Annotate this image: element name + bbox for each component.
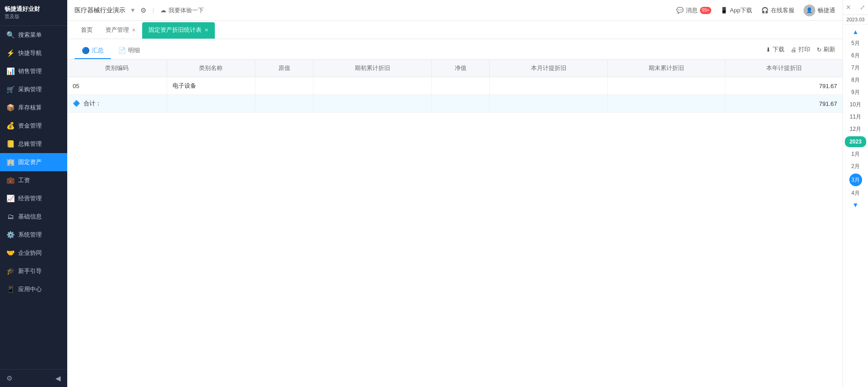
month-8[interactable]: 8月 bbox=[843, 74, 868, 86]
row-net bbox=[431, 77, 489, 95]
sidebar-item-system[interactable]: ⚙️系统管理 bbox=[0, 226, 67, 244]
tab-depreciation-label: 固定资产折旧统计表 bbox=[149, 26, 202, 34]
sidebar: 畅捷通好业财 普及版 🔍搜索菜单⚡快捷导航📊销售管理🛒采购管理📦库存核算💰资金管… bbox=[0, 0, 67, 387]
company-dropdown-icon[interactable]: ▼ bbox=[130, 7, 136, 14]
month-1[interactable]: 1月 bbox=[843, 148, 868, 160]
sidebar-logo: 畅捷通好业财 普及版 bbox=[0, 0, 67, 26]
sidebar-item-basic[interactable]: 🗂基础信息 bbox=[0, 208, 67, 226]
sidebar-icon-quicknav: ⚡ bbox=[6, 49, 15, 57]
row-name: 电子设备 bbox=[167, 77, 255, 95]
collapse-icon[interactable]: ◀ bbox=[55, 374, 61, 382]
download-btn[interactable]: ⬇ 下载 bbox=[766, 45, 784, 54]
user-menu[interactable]: 👤 畅捷通 bbox=[804, 5, 835, 16]
date-nav: ▲ 5月 6月 7月 8月 9月 10月 11月 12月 2023 1月 2月 … bbox=[843, 25, 868, 387]
nav-up-arrow[interactable]: ▲ bbox=[843, 26, 868, 37]
sidebar-icon-guide: 🎓 bbox=[6, 267, 15, 275]
experience-btn[interactable]: ☁ 我要体验一下 bbox=[160, 6, 204, 15]
right-panel-expand-icon[interactable]: ⤢ bbox=[860, 4, 865, 11]
row-code: 05 bbox=[67, 77, 167, 95]
sub-tabbar: 🔵 汇总 📄 明细 ⬇ 下载 🖨 打印 bbox=[67, 39, 843, 60]
month-9[interactable]: 9月 bbox=[843, 86, 868, 99]
sidebar-item-apps[interactable]: 📱应用中心 bbox=[0, 280, 67, 298]
month-7[interactable]: 7月 bbox=[843, 62, 868, 74]
sidebar-label-quicknav: 快捷导航 bbox=[18, 49, 42, 57]
service-icon: 🎧 bbox=[761, 7, 769, 14]
month-6[interactable]: 6月 bbox=[843, 50, 868, 62]
col-initial-accum: 期初累计折旧 bbox=[313, 60, 431, 77]
sidebar-icon-operations: 📈 bbox=[6, 194, 15, 203]
company-settings-icon[interactable]: ⚙ bbox=[140, 6, 146, 15]
tab-home[interactable]: 首页 bbox=[74, 22, 99, 39]
month-12[interactable]: 12月 bbox=[843, 123, 868, 135]
tab-depreciation-close[interactable]: ✕ bbox=[204, 27, 208, 33]
tab-depreciation[interactable]: 固定资产折旧统计表 ✕ bbox=[142, 22, 215, 39]
depreciation-table: 类别编码 类别名称 原值 期初累计折旧 净值 本月计提折旧 期末累计折旧 本年计… bbox=[67, 60, 843, 113]
month-4[interactable]: 4月 bbox=[843, 187, 868, 199]
sidebar-item-sales[interactable]: 📊销售管理 bbox=[0, 62, 67, 80]
print-label: 打印 bbox=[799, 45, 810, 54]
sidebar-label-operations: 经营管理 bbox=[18, 194, 42, 203]
page-content: 🔵 汇总 📄 明细 ⬇ 下载 🖨 打印 bbox=[67, 39, 843, 387]
sidebar-footer: ⚙ ◀ bbox=[0, 369, 67, 387]
month-3-active[interactable]: 3月 bbox=[849, 174, 862, 186]
settings-icon[interactable]: ⚙ bbox=[6, 374, 12, 382]
sub-tab-summary[interactable]: 🔵 汇总 bbox=[74, 44, 111, 59]
main-content: 医疗器械行业演示 ▼ ⚙ | ☁ 我要体验一下 💬 消息 99+ 📱 App下载… bbox=[67, 0, 843, 387]
sidebar-icon-assets: 🏢 bbox=[6, 158, 15, 166]
row-end-accum bbox=[607, 77, 725, 95]
year-2023-label[interactable]: 2023 bbox=[845, 136, 866, 147]
summary-label: 🔷 合计： bbox=[67, 95, 167, 113]
sidebar-item-funds[interactable]: 💰资金管理 bbox=[0, 117, 67, 135]
username: 畅捷通 bbox=[818, 6, 835, 15]
sidebar-icon-collab: 🤝 bbox=[6, 249, 15, 257]
summary-icon: 🔷 bbox=[73, 100, 80, 107]
sidebar-icon-system: ⚙️ bbox=[6, 231, 15, 239]
sidebar-label-assets: 固定资产 bbox=[18, 158, 42, 166]
summary-tab-label: 汇总 bbox=[92, 46, 104, 55]
current-period-label: 2023.03 bbox=[843, 15, 868, 25]
print-btn[interactable]: 🖨 打印 bbox=[791, 45, 810, 54]
col-code: 类别编码 bbox=[67, 60, 167, 77]
nav-down-arrow[interactable]: ▼ bbox=[843, 199, 868, 210]
app-download-label: App下载 bbox=[730, 6, 752, 15]
refresh-btn[interactable]: ↻ 刷新 bbox=[817, 45, 835, 54]
table-row: 05 电子设备 791.67 bbox=[67, 77, 843, 95]
month-2[interactable]: 2月 bbox=[843, 160, 868, 173]
sub-tab-detail[interactable]: 📄 明细 bbox=[111, 44, 147, 59]
sidebar-item-assets[interactable]: 🏢固定资产 bbox=[0, 153, 67, 171]
row-yearly: 791.67 bbox=[725, 77, 843, 95]
detail-tab-icon: 📄 bbox=[118, 47, 126, 54]
message-badge: 99+ bbox=[700, 7, 711, 14]
right-panel: ✕ ⤢ 2023.03 ▲ 5月 6月 7月 8月 9月 10月 11月 12月… bbox=[843, 0, 868, 387]
row-original bbox=[255, 77, 313, 95]
right-panel-close-icon[interactable]: ✕ bbox=[846, 4, 851, 11]
sidebar-label-system: 系统管理 bbox=[18, 231, 42, 239]
sidebar-item-quicknav[interactable]: ⚡快捷导航 bbox=[0, 44, 67, 62]
sub-tabs: 🔵 汇总 📄 明细 bbox=[74, 44, 147, 59]
sidebar-item-payroll[interactable]: 💼工资 bbox=[0, 171, 67, 189]
sidebar-item-collab[interactable]: 🤝企业协同 bbox=[0, 244, 67, 262]
month-5[interactable]: 5月 bbox=[843, 37, 868, 50]
sidebar-item-ledger[interactable]: 📒总账管理 bbox=[0, 135, 67, 153]
sidebar-item-purchase[interactable]: 🛒采购管理 bbox=[0, 80, 67, 99]
sidebar-label-guide: 新手引导 bbox=[18, 267, 42, 275]
sidebar-item-search[interactable]: 🔍搜索菜单 bbox=[0, 26, 67, 44]
tab-assets-mgmt[interactable]: 资产管理 ✕ bbox=[99, 22, 142, 39]
content-area: 🔵 汇总 📄 明细 ⬇ 下载 🖨 打印 bbox=[67, 39, 843, 387]
customer-service-btn[interactable]: 🎧 在线客服 bbox=[761, 6, 794, 15]
sidebar-item-operations[interactable]: 📈经营管理 bbox=[0, 189, 67, 208]
sidebar-label-purchase: 采购管理 bbox=[18, 85, 42, 94]
sidebar-item-inventory[interactable]: 📦库存核算 bbox=[0, 99, 67, 117]
sidebar-menu: 🔍搜索菜单⚡快捷导航📊销售管理🛒采购管理📦库存核算💰资金管理📒总账管理🏢固定资产… bbox=[0, 26, 67, 369]
summary-end-accum bbox=[607, 95, 725, 113]
sidebar-label-apps: 应用中心 bbox=[18, 285, 42, 293]
month-11[interactable]: 11月 bbox=[843, 111, 868, 123]
sidebar-label-payroll: 工资 bbox=[18, 176, 30, 184]
sidebar-item-guide[interactable]: 🎓新手引导 bbox=[0, 262, 67, 280]
month-10[interactable]: 10月 bbox=[843, 99, 868, 111]
summary-net bbox=[431, 95, 489, 113]
sidebar-icon-inventory: 📦 bbox=[6, 104, 15, 112]
app-download-btn[interactable]: 📱 App下载 bbox=[720, 6, 752, 15]
tab-assets-close[interactable]: ✕ bbox=[132, 27, 136, 33]
message-btn[interactable]: 💬 消息 99+ bbox=[676, 6, 711, 15]
